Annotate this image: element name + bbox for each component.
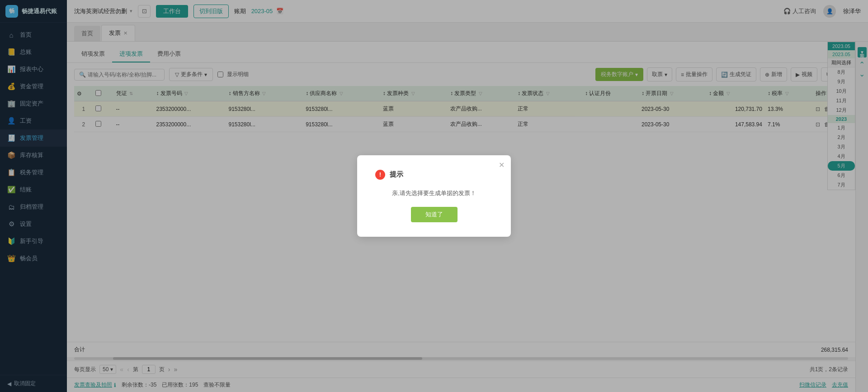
modal-close-btn[interactable]: ✕ xyxy=(499,161,505,169)
modal-title-row: ! 提示 xyxy=(375,170,493,180)
modal-ok-btn[interactable]: 知道了 xyxy=(411,207,458,222)
alert-modal: ✕ ! 提示 亲,请先选择要生成单据的发票！ 知道了 xyxy=(357,155,511,237)
modal-title: 提示 xyxy=(390,170,403,179)
modal-message: 亲,请先选择要生成单据的发票！ xyxy=(392,189,476,198)
modal-overlay: ✕ ! 提示 亲,请先选择要生成单据的发票！ 知道了 xyxy=(0,0,868,392)
alert-icon: ! xyxy=(375,170,385,180)
